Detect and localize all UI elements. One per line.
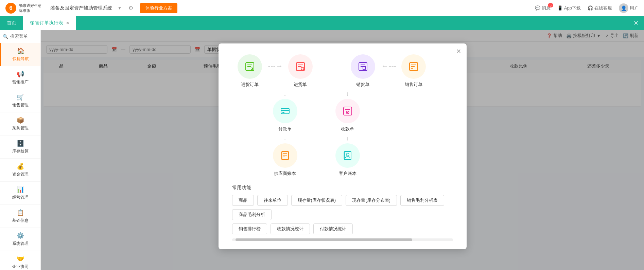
func-btn-receipt-stats[interactable]: 收款情况统计	[271, 223, 310, 234]
sales-order-circle	[401, 54, 426, 79]
sidebar-item-finance[interactable]: 💰 资金管理	[0, 159, 40, 182]
purchase-bill-circle	[288, 54, 313, 79]
flow-customer-ledger: 客户账本	[335, 143, 360, 177]
system-title: 装备及固定资产辅助管理系统	[50, 5, 112, 11]
dropdown-icon[interactable]: ▼	[118, 6, 122, 11]
system-icon: ⚙️	[17, 232, 24, 239]
sidebar-item-inventory[interactable]: 🗄️ 库存核算	[0, 136, 40, 159]
func-btn-product[interactable]: 商品	[232, 195, 254, 206]
sidebar-item-system[interactable]: ⚙️ 系统管理	[0, 228, 40, 251]
svg-point-6	[301, 67, 304, 70]
modal: ✕ 进货订单 - - - →	[219, 43, 467, 249]
svg-point-29	[346, 153, 349, 156]
svg-rect-30	[344, 152, 345, 159]
func-btn-sales-rank[interactable]: 销售排行榜	[232, 223, 267, 234]
func-btn-payment-stats[interactable]: 付款情况统计	[313, 223, 353, 234]
flow-purchase-bill: 进货单	[288, 54, 313, 88]
top-header: 6 畅康通好生意 标准版 装备及固定资产辅助管理系统 ▼ ⚙ 体验行业方案 💬 …	[0, 0, 644, 16]
header-right: 💬 消息 5 📱 App下载 🎧 在线客服 👤 用户	[535, 3, 639, 13]
arrow-receipt-customer: ↓	[330, 135, 365, 142]
flow-sales-order: 销售订单	[401, 54, 426, 88]
app-icon: 📱	[557, 5, 563, 11]
svg-rect-17	[282, 112, 284, 113]
sidebar-item-management[interactable]: 📊 经营管理	[0, 182, 40, 205]
flow-supplier-ledger: 供应商账本	[273, 143, 297, 177]
tab-sales-order[interactable]: 销售订单执行表 ✕	[23, 16, 76, 30]
basic-icon: 📋	[17, 209, 24, 216]
user-item[interactable]: 👤 用户	[619, 3, 639, 13]
sidebar-item-sales[interactable]: 🛒 销售管理	[0, 89, 40, 112]
arrow-so-sb: ← - - -	[381, 62, 395, 80]
common-title: 常用功能	[232, 185, 453, 191]
tab-close-icon[interactable]: ✕	[66, 21, 69, 25]
main-layout: 🔍 搜索菜单 🏠 快捷导航 📢 营销推广 🛒 销售管理 📦 采购管理 🗄️ 库存…	[0, 30, 644, 270]
message-item[interactable]: 💬 消息 5	[535, 5, 551, 11]
app-download-item[interactable]: 📱 App下载	[557, 5, 581, 11]
content-area: ❓ 帮助 🖨️ 按模板打印 ▼ ↗ 导出 🔄 刷新 📅 — 📅	[41, 30, 644, 270]
scrollbar[interactable]	[232, 238, 453, 241]
avatar: 👤	[619, 3, 628, 13]
tab-home[interactable]: 首页	[0, 16, 23, 30]
arrow-sb-receipt: ↓	[330, 90, 365, 97]
sidebar-item-basic[interactable]: 📋 基础信息	[0, 205, 40, 228]
sidebar-item-purchase[interactable]: 📦 采购管理	[0, 112, 40, 136]
function-buttons-row2: 销售排行榜 收款情况统计 付款情况统计	[232, 223, 453, 234]
arrow-payment-supplier: ↓	[267, 135, 303, 142]
sidebar-search[interactable]: 🔍 搜索菜单	[0, 30, 40, 43]
message-icon: 💬	[535, 5, 540, 11]
purchase-order-circle	[238, 54, 262, 79]
trial-button[interactable]: 体验行业方案	[140, 3, 177, 13]
receipt-bill-circle	[335, 99, 360, 123]
svg-rect-10	[363, 67, 366, 69]
home-icon: 🏠	[17, 47, 24, 55]
sidebar-item-marketing[interactable]: 📢 营销推广	[0, 66, 40, 89]
arrow-po-pb: - - - →	[268, 62, 282, 80]
flow-receipt-bill: 收款单	[335, 99, 360, 132]
service-icon: 🎧	[588, 5, 593, 11]
function-buttons: 商品 往来单位 现存量(库存状况表) 现存量(库存分布表) 销售毛利分析表 商品…	[232, 195, 453, 220]
svg-rect-23	[282, 151, 289, 160]
finance-icon: 💰	[17, 163, 24, 170]
flow-payment-bill: 付款单	[273, 99, 297, 132]
tab-bar: 首页 销售订单执行表 ✕ ✕	[0, 16, 644, 30]
func-btn-product-profit[interactable]: 商品毛利分析	[232, 209, 272, 220]
sidebar-item-enterprise[interactable]: 🤝 企业协同	[0, 251, 40, 270]
marketing-icon: 📢	[17, 70, 24, 78]
flow-sales-bill: 销货单	[351, 54, 375, 88]
flow-purchase-order: 进货订单	[238, 54, 262, 88]
management-icon: 📊	[17, 186, 24, 193]
func-btn-stock-dist[interactable]: 现存量(库存分布表)	[346, 195, 397, 206]
modal-close-icon[interactable]: ✕	[456, 48, 461, 55]
svg-rect-15	[281, 108, 289, 114]
search-icon: 🔍	[3, 34, 8, 39]
modal-overlay: ✕ 进货订单 - - - →	[41, 30, 644, 270]
func-btn-sales-profit[interactable]: 销售毛利分析表	[400, 195, 444, 206]
logo-icon: 6	[5, 3, 16, 14]
gear-icon[interactable]: ⚙	[128, 5, 133, 11]
enterprise-icon: 🤝	[17, 255, 24, 263]
supplier-ledger-circle	[273, 143, 297, 168]
svg-rect-28	[344, 151, 351, 160]
logo-area: 6 畅康通好生意 标准版	[5, 3, 46, 14]
close-all-icon[interactable]: ✕	[628, 19, 644, 27]
common-section: 常用功能 商品 往来单位 现存量(库存状况表) 现存量(库存分布表) 销售毛利分…	[232, 185, 453, 234]
payment-bill-circle	[273, 99, 297, 123]
sidebar-item-quick-nav[interactable]: 🏠 快捷导航	[0, 43, 40, 66]
logo-text: 畅康通好生意 标准版	[19, 3, 41, 13]
sales-icon: 🛒	[17, 93, 24, 101]
func-btn-contacts[interactable]: 往来单位	[257, 195, 288, 206]
message-badge: 5	[548, 3, 553, 7]
inventory-icon: 🗄️	[17, 140, 24, 147]
sales-bill-circle	[351, 54, 375, 79]
func-btn-stock-status[interactable]: 现存量(库存状况表)	[291, 195, 343, 206]
customer-ledger-circle	[335, 143, 360, 168]
svg-rect-27	[281, 152, 282, 159]
online-service-item[interactable]: 🎧 在线客服	[588, 5, 612, 11]
scrollbar-thumb	[236, 238, 412, 241]
arrow-pb-payment: ↓	[267, 90, 303, 97]
purchase-icon: 📦	[17, 116, 24, 124]
sidebar: 🔍 搜索菜单 🏠 快捷导航 📢 营销推广 🛒 销售管理 📦 采购管理 🗄️ 库存…	[0, 30, 41, 270]
